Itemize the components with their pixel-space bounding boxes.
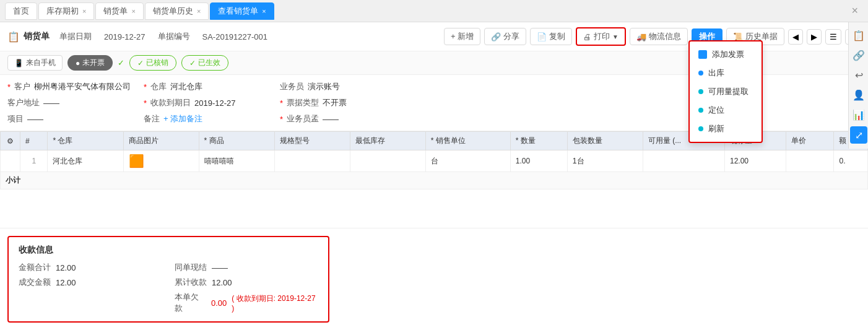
prev-button[interactable]: ◀ [788, 29, 803, 45]
amount-total-row: 金额合计 12.00 [19, 262, 162, 273]
print-icon: 🖨 [583, 32, 591, 41]
cell-warehouse: 河北仓库 [48, 150, 123, 172]
cell-unit-price [786, 150, 834, 172]
col-unit-price: 单价 [786, 132, 834, 150]
number-value: SA-20191227-001 [202, 32, 268, 41]
customer-field: * 客户 柳州粤港平安气体有限公司 [7, 81, 131, 92]
dropdown-outbound[interactable]: 出库 [690, 64, 762, 82]
due-date-field: * 收款到期日 2019-12-27 [144, 97, 267, 108]
col-quantity: * 数量 [510, 132, 567, 150]
right-icon-chart[interactable]: 📊 [849, 105, 868, 124]
address-field: 客户地址 —— [7, 97, 131, 108]
close-view-sales[interactable]: × [262, 7, 266, 15]
copy-icon: 📄 [537, 32, 547, 41]
not-open-ticket-button[interactable]: ● 未开票 [67, 55, 113, 71]
share-icon: 🔗 [491, 32, 501, 41]
add-invoice-icon [698, 50, 707, 59]
table-row: 1 河北仓库 🟧 嘻嘻嘻嘻 台 1.00 1台 12.00 0. [1, 150, 868, 172]
right-icon-doc[interactable]: 📋 [849, 26, 868, 45]
deal-amount-label: 成交金额 [19, 277, 51, 288]
logistics-button[interactable]: 🚚 物流信息 [630, 28, 688, 45]
current-owed-row: 本单欠款 0.00 ( 收款到期日: 2019-12-27 ) [175, 292, 318, 314]
next-button[interactable]: ▶ [807, 29, 822, 45]
dropdown-add-invoice[interactable]: 添加发票 [690, 45, 762, 64]
number-label: 单据编号 [158, 31, 190, 42]
tab-sales-order[interactable]: 销货单 × [95, 2, 143, 20]
col-warehouse: * 仓库 [48, 132, 123, 150]
same-order-row: 同单现结 —— [175, 262, 318, 273]
cell-product: 嘻嘻嘻嘻 [199, 150, 274, 172]
check-eff-icon: ✓ [189, 59, 196, 67]
tab-home[interactable]: 首页 [5, 2, 37, 20]
subtotal-label: 小计 [1, 172, 868, 189]
accumulated-value: 12.00 [212, 278, 232, 287]
doc-icon: 📋 [7, 31, 20, 43]
phone-icon: 📱 [14, 59, 24, 67]
share-button[interactable]: 🔗 分享 [484, 28, 526, 45]
status-icon: ● [76, 59, 80, 67]
document-meta: 单据日期 2019-12-27 单据编号 SA-20191227-001 [59, 31, 267, 42]
add-memo-button[interactable]: + 添加备注 [163, 113, 202, 124]
accumulated-row: 累计收款 12.00 [175, 277, 318, 288]
window-close-button[interactable]: × [846, 4, 863, 17]
close-sales-order[interactable]: × [131, 7, 135, 15]
dropdown-locate[interactable]: 定位 [690, 101, 762, 119]
document-title: 📋 销货单 [7, 31, 50, 43]
cell-product-img: 🟧 [123, 150, 199, 172]
close-sales-history[interactable]: × [197, 7, 201, 15]
amount-label: 金额合计 [19, 262, 51, 273]
print-button[interactable]: 🖨 打印 ▼ [576, 27, 626, 46]
from-phone-button[interactable]: 📱 来自手机 [7, 55, 63, 71]
same-order-value: —— [212, 263, 228, 272]
same-order-label: 同单现结 [175, 262, 207, 273]
project-field: 项目 —— [7, 113, 131, 124]
tab-bar: 首页 库存期初 × 销货单 × 销货单历史 × 查看销货单 × × [0, 0, 868, 22]
right-icon-user[interactable]: 👤 [849, 85, 868, 104]
doc-title-text: 销货单 [24, 31, 50, 42]
cell-min-stock [350, 150, 425, 172]
memo-field: 备注 + 添加备注 [144, 113, 267, 124]
col-sales-unit: * 销售单位 [425, 132, 510, 150]
new-button[interactable]: + 新增 [444, 28, 480, 45]
cell-spec [274, 150, 350, 172]
right-icon-back[interactable]: ↩ [849, 66, 868, 84]
current-owed-label: 本单欠款 [175, 292, 206, 314]
due-hint: ( 收款到期日: 2019-12-27 ) [232, 293, 318, 313]
cell-gear [1, 150, 20, 172]
bottom-section: 收款信息 金额合计 12.00 同单现结 —— 成交金额 12.00 [0, 228, 868, 330]
payment-info-box: 收款信息 金额合计 12.00 同单现结 —— 成交金额 12.00 [7, 236, 329, 323]
close-inventory-init[interactable]: × [82, 7, 86, 15]
accumulated-label: 累计收款 [175, 277, 207, 288]
dropdown-refresh[interactable]: 刷新 [690, 119, 762, 138]
right-icon-link[interactable]: 🔗 [849, 46, 868, 64]
cell-available [643, 150, 724, 172]
check-sold-icon: ✓ [137, 59, 144, 67]
col-spec: 规格型号 [274, 132, 350, 150]
tab-view-sales[interactable]: 查看销货单 × [210, 2, 274, 20]
right-icon-expand[interactable]: ⤢ [850, 126, 867, 144]
logistics-icon: 🚚 [636, 32, 646, 41]
cell-amount: 0. [834, 150, 868, 172]
staff-field: 业务员 演示账号 [280, 81, 404, 92]
date-value: 2019-12-27 [104, 32, 145, 41]
current-owed-value: 0.00 [211, 298, 227, 308]
tab-sales-history[interactable]: 销货单历史 × [145, 2, 209, 20]
cell-package-qty: 1台 [567, 150, 643, 172]
subtotal-row: 小计 [1, 172, 868, 189]
available-qty-icon [698, 89, 703, 94]
right-panel: 📋 🔗 ↩ 👤 📊 ⤢ [848, 22, 868, 149]
refresh-icon [698, 126, 703, 131]
date-label: 单据日期 [59, 31, 92, 42]
effective-badge: ✓ 已生效 [181, 55, 228, 71]
cell-sales-unit: 台 [425, 150, 510, 172]
outbound-icon [698, 71, 703, 76]
copy-button[interactable]: 📄 复制 [530, 28, 572, 45]
deal-amount-value: 12.00 [56, 278, 76, 287]
dropdown-available-qty[interactable]: 可用量提取 [690, 82, 762, 101]
grid-view-button[interactable]: ☰ [825, 29, 841, 45]
col-package-qty: 包装数量 [567, 132, 643, 150]
ticket-type-field: * 票据类型 不开票 [280, 97, 404, 108]
tab-inventory-init[interactable]: 库存期初 × [38, 2, 94, 20]
product-table-wrapper: ⚙ # * 仓库 商品图片 * 商品 规格型号 最低库存 * 销售单位 * 数量… [0, 131, 868, 228]
col-num: # [20, 132, 48, 150]
